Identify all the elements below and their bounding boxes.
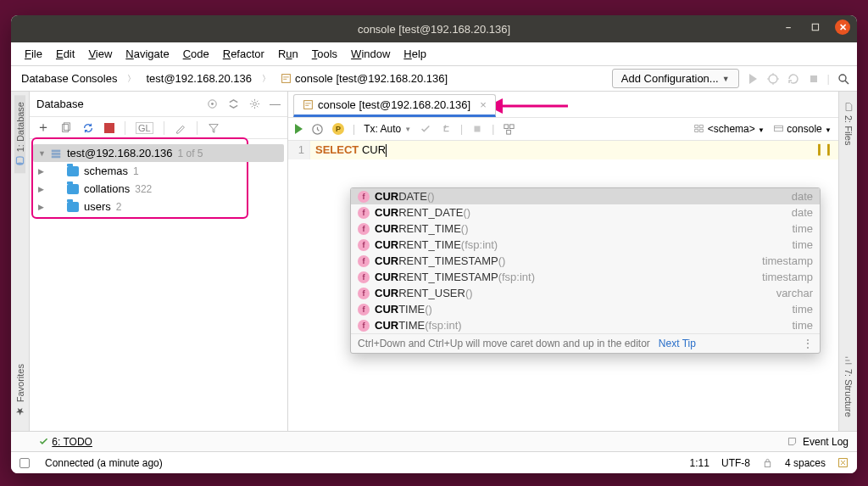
maximize-button[interactable]: ☐ xyxy=(808,20,823,35)
menu-refactor[interactable]: Refactor xyxy=(218,46,270,62)
menu-edit[interactable]: Edit xyxy=(51,46,80,62)
stop-icon[interactable] xyxy=(807,72,821,86)
menu-view[interactable]: View xyxy=(83,46,117,62)
console-selector[interactable]: console ▼ xyxy=(773,123,832,135)
new-icon[interactable]: ＋ xyxy=(36,119,50,137)
tx-mode-selector[interactable]: Tx: Auto ▼ xyxy=(364,123,411,135)
breadcrumb-2[interactable]: console [test@192.168.20.136] xyxy=(277,70,451,87)
sessions-icon xyxy=(773,123,784,134)
event-log-button[interactable]: Event Log xyxy=(787,436,849,448)
filter-icon[interactable] xyxy=(208,122,220,134)
svg-point-1 xyxy=(769,75,777,83)
inspector-icon[interactable] xyxy=(837,457,849,468)
ddl-icon[interactable]: GL xyxy=(136,122,153,134)
tree-root[interactable]: ▼ test@192.168.20.136 1 of 5 xyxy=(33,144,284,162)
tab-close-icon[interactable]: × xyxy=(480,98,487,111)
menu-navigate[interactable]: Navigate xyxy=(120,46,174,62)
editor-tab[interactable]: console [test@192.168.20.136] × xyxy=(293,94,496,117)
rollback-icon[interactable] xyxy=(440,123,452,135)
window-controls: – ☐ ✕ xyxy=(781,20,850,35)
tree-item[interactable]: ▶collations 322 xyxy=(33,180,284,198)
autocomplete-item[interactable]: fCURRENT_TIME()time xyxy=(351,221,820,237)
indent-settings[interactable]: 4 spaces xyxy=(785,457,826,469)
svg-rect-22 xyxy=(765,462,771,467)
explain-plan-icon[interactable] xyxy=(503,123,515,136)
svg-rect-20 xyxy=(507,130,511,134)
function-icon: f xyxy=(358,304,370,316)
menubar: File Edit View Navigate Code Refactor Ru… xyxy=(11,42,857,66)
db-toolbar: ＋ GL xyxy=(30,117,287,139)
breadcrumb-0[interactable]: Database Consoles xyxy=(18,70,120,87)
schema-selector[interactable]: <schema> ▼ xyxy=(693,123,765,135)
schema-icon xyxy=(693,123,704,134)
debug-icon[interactable] xyxy=(766,72,780,86)
commit-icon[interactable] xyxy=(420,123,431,135)
hide-panel-icon[interactable]: — xyxy=(270,98,281,110)
cancel-query-icon[interactable] xyxy=(471,123,483,135)
rail-files[interactable]: 2: Files xyxy=(843,95,854,152)
todo-toolwindow-button[interactable]: 6: TODO xyxy=(38,436,92,448)
refresh-icon[interactable] xyxy=(82,122,94,134)
autocomplete-item[interactable]: fCURRENT_USER()varchar xyxy=(351,285,820,301)
database-tree[interactable]: ▼ test@192.168.20.136 1 of 5 ▶schemas 1▶… xyxy=(30,139,287,431)
autocomplete-item[interactable]: fCURRENT_DATE()date xyxy=(351,204,820,221)
rail-database[interactable]: 1: Database xyxy=(14,95,25,173)
menu-code[interactable]: Code xyxy=(178,46,214,62)
annotation-arrow xyxy=(496,97,572,115)
gear-icon[interactable] xyxy=(248,98,261,110)
rerun-icon[interactable] xyxy=(787,72,800,86)
provider-icon[interactable]: P xyxy=(332,123,344,135)
history-icon[interactable] xyxy=(311,123,324,136)
search-icon[interactable] xyxy=(837,72,850,86)
console-file-icon xyxy=(303,99,314,110)
menu-run[interactable]: Run xyxy=(273,46,303,62)
event-log-icon xyxy=(787,436,798,447)
expand-arrow-icon[interactable]: ▼ xyxy=(38,149,46,158)
stop-red-icon[interactable] xyxy=(104,123,114,133)
autocomplete-item[interactable]: fCURRENT_TIME(fsp:int)time xyxy=(351,237,820,253)
tree-item[interactable]: ▶users 2 xyxy=(33,198,284,215)
lock-icon[interactable] xyxy=(762,457,773,468)
autocomplete-item[interactable]: fCURTIME()time xyxy=(351,301,820,317)
autocomplete-tip: Ctrl+Down and Ctrl+Up will move caret do… xyxy=(351,333,820,353)
expand-arrow-icon[interactable]: ▶ xyxy=(38,203,44,211)
chevron-right-icon: 〉 xyxy=(262,73,270,85)
menu-help[interactable]: Help xyxy=(398,46,431,62)
rail-favorites[interactable]: ★ Favorites xyxy=(14,357,26,424)
autocomplete-item[interactable]: fCURRENT_TIMESTAMP()timestamp xyxy=(351,253,820,269)
autocomplete-item[interactable]: fCURTIME(fsp:int)time xyxy=(351,317,820,333)
cursor-position[interactable]: 1:11 xyxy=(690,457,709,469)
menu-window[interactable]: Window xyxy=(346,46,395,62)
minimize-button[interactable]: – xyxy=(781,20,796,35)
database-panel: Database — ＋ GL xyxy=(30,92,288,431)
run-icon[interactable] xyxy=(746,72,760,86)
add-configuration-button[interactable]: Add Configuration... ▼ xyxy=(612,69,739,88)
rail-structure[interactable]: 7: Structure xyxy=(843,349,854,424)
editor-toolbar: P | Tx: Auto ▼ | | <schema> ▼ xyxy=(288,117,838,141)
expand-icon[interactable] xyxy=(227,98,240,110)
close-button[interactable]: ✕ xyxy=(835,20,850,35)
window-title: console [test@192.168.20.136] xyxy=(358,23,510,36)
right-rail: 2: Files 7: Structure xyxy=(838,92,857,431)
target-icon[interactable] xyxy=(206,98,219,110)
code-editor[interactable]: 1 SELECT CUR ❙❙ fCURDATE()datefCURRENT_D… xyxy=(288,141,838,431)
more-icon[interactable]: ⋮ xyxy=(803,338,813,349)
execute-icon[interactable] xyxy=(295,124,303,134)
tree-item[interactable]: ▶schemas 1 xyxy=(33,162,284,180)
menu-tools[interactable]: Tools xyxy=(307,46,342,62)
status-indicator-icon[interactable] xyxy=(19,458,30,468)
chevron-right-icon: 〉 xyxy=(127,73,136,85)
code-line-1[interactable]: SELECT CUR ❙❙ xyxy=(310,141,838,159)
autocomplete-item[interactable]: fCURDATE()date xyxy=(351,188,820,204)
expand-arrow-icon[interactable]: ▶ xyxy=(38,167,44,176)
svg-point-7 xyxy=(253,103,257,106)
autocomplete-item[interactable]: fCURRENT_TIMESTAMP(fsp:int)timestamp xyxy=(351,269,820,285)
expand-arrow-icon[interactable]: ▶ xyxy=(38,185,44,193)
next-tip-link[interactable]: Next Tip xyxy=(659,338,696,349)
copy-icon[interactable] xyxy=(60,122,72,134)
edit-icon[interactable] xyxy=(175,122,186,134)
encoding[interactable]: UTF-8 xyxy=(721,457,750,469)
breadcrumb-1[interactable]: test@192.168.20.136 xyxy=(142,70,255,87)
function-icon: f xyxy=(358,320,370,332)
menu-file[interactable]: File xyxy=(19,46,47,62)
